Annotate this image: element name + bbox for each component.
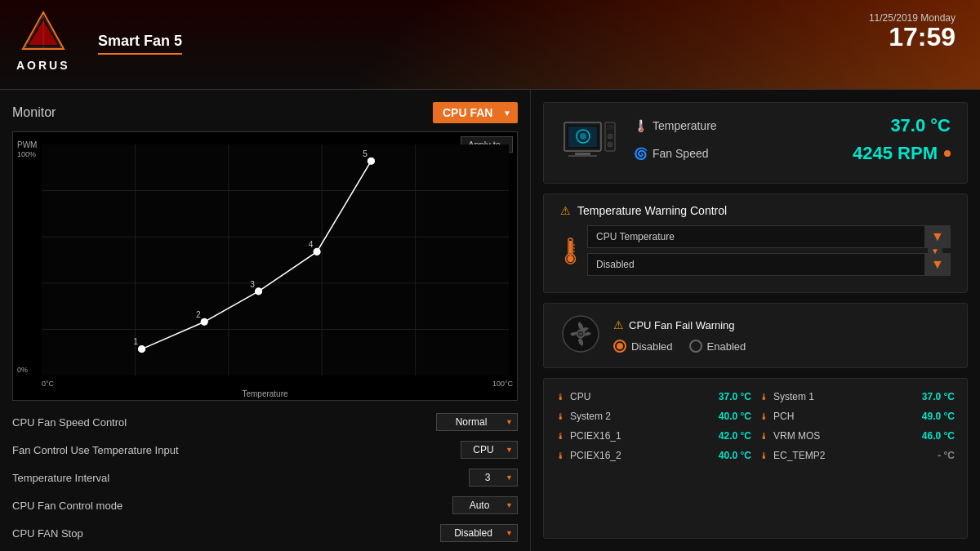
fan-stop-row: CPU FAN Stop Disabled	[12, 522, 518, 544]
temp-interval-select-wrapper[interactable]: 3	[469, 469, 518, 487]
temp-interval-select[interactable]: 3	[469, 469, 518, 487]
fan-icon-area	[560, 313, 601, 358]
sensor-item: 🌡 PCH 49.0 °C	[760, 408, 955, 424]
fail-warning-card: ⚠ CPU Fan Fail Warning Disabled Enabled	[543, 303, 968, 368]
sensor-item: 🌡 System 1 37.0 °C	[760, 389, 955, 405]
disabled-radio[interactable]: Disabled	[613, 340, 673, 353]
chart-area: 1 2 3 4 5	[42, 144, 509, 375]
fan-speed-label: CPU Fan Speed Control	[12, 416, 127, 429]
temp-input-select-wrapper[interactable]: CPU	[461, 441, 518, 459]
temp-input-row: Fan Control Use Temperature Input CPU	[12, 438, 518, 461]
sensor-item: 🌡 PCIEX16_1 42.0 °C	[556, 428, 751, 444]
main-content: Monitor CPU FAN PWM 100% 0% 0°C 100°C Te…	[0, 90, 980, 551]
temp-interval-row: Temperature Interval 3	[12, 466, 518, 489]
header: AORUS Smart Fan 5 11/25/2019 Monday 17:5…	[0, 0, 980, 90]
sensor-icon: 🌡	[760, 431, 768, 441]
temp-level-select[interactable]: Disabled	[587, 253, 951, 276]
fan-select-wrapper[interactable]: CPU FAN	[433, 102, 518, 123]
temp-source-row[interactable]: CPU Temperature ▼ Disabled ▼	[560, 225, 951, 276]
sensor-item: 🌡 EC_TEMP2 - °C	[760, 447, 955, 464]
fail-title: ⚠ CPU Fan Fail Warning	[613, 318, 951, 331]
svg-point-32	[608, 142, 612, 147]
svg-point-16	[255, 288, 261, 295]
sensor-value: 40.0 °C	[698, 450, 751, 461]
status-card: 🌡️ Temperature 37.0 °C 🌀 Fan Speed 4245 …	[543, 102, 968, 184]
sensor-value: 49.0 °C	[902, 411, 955, 422]
enabled-radio-label: Enabled	[707, 340, 746, 353]
temperature-value: 37.0 °C	[890, 115, 951, 136]
fan-select[interactable]: CPU FAN	[433, 102, 518, 123]
temp-source-wrapper[interactable]: CPU Temperature ▼ Disabled ▼	[560, 225, 951, 276]
monitor-label: Monitor	[12, 105, 56, 120]
fan-stop-select[interactable]: Disabled	[440, 524, 518, 542]
fan-icon	[560, 313, 601, 354]
chart-y-min: 0%	[17, 366, 28, 374]
warning-icon: ⚠	[560, 204, 571, 217]
sensor-name: System 2	[570, 411, 693, 422]
aorus-logo-icon	[19, 8, 68, 57]
sensor-item: 🌡 System 2 40.0 °C	[556, 408, 751, 424]
svg-rect-28	[568, 155, 597, 157]
sensor-name: VRM MOS	[773, 430, 897, 442]
sensor-value: 40.0 °C	[698, 411, 751, 422]
chart-x-max: 100°C	[492, 380, 513, 388]
svg-text:3: 3	[250, 280, 255, 289]
fan-speed-status-label: 🌀 Fan Speed	[634, 147, 709, 160]
sensor-icon: 🌡	[556, 411, 565, 421]
enabled-radio[interactable]: Enabled	[689, 340, 746, 353]
rpm-dot	[944, 150, 951, 157]
title-underline	[98, 53, 182, 55]
svg-point-26	[580, 133, 586, 140]
svg-point-43	[579, 332, 582, 335]
fan-mode-label: CPU Fan Control mode	[12, 500, 122, 512]
sensor-name: System 1	[773, 391, 897, 402]
sensor-icon: 🌡	[760, 411, 768, 421]
sensor-name: PCIEX16_2	[570, 450, 693, 461]
fan-stop-label: CPU FAN Stop	[12, 527, 83, 540]
fail-radio-group: Disabled Enabled	[613, 340, 951, 353]
fail-warning-icon: ⚠	[613, 318, 624, 331]
svg-point-18	[314, 248, 320, 255]
svg-rect-34	[569, 241, 572, 253]
datetime-time: 17:59	[869, 24, 956, 50]
svg-text:1: 1	[133, 337, 138, 346]
fan-mode-select[interactable]: Auto	[452, 496, 518, 514]
temperature-row: 🌡️ Temperature 37.0 °C	[634, 115, 951, 136]
sensor-grid: 🌡 CPU 37.0 °C 🌡 System 1 37.0 °C 🌡 Syste…	[543, 378, 968, 539]
temp-warning-title: ⚠ Temperature Warning Control	[560, 204, 951, 217]
pc-icon	[560, 118, 617, 167]
svg-point-12	[138, 346, 145, 353]
left-panel: Monitor CPU FAN PWM 100% 0% 0°C 100°C Te…	[0, 90, 531, 551]
datetime: 11/25/2019 Monday 17:59	[869, 12, 956, 50]
chart-x-label: Temperature	[242, 389, 287, 398]
sensor-item: 🌡 PCIEX16_2 40.0 °C	[556, 447, 751, 464]
sensor-value: 46.0 °C	[902, 430, 955, 442]
sensor-name: PCIEX16_1	[570, 430, 693, 442]
fan-speed-value: 4245 RPM	[853, 143, 951, 164]
svg-text:4: 4	[309, 240, 314, 249]
app-title: Smart Fan 5	[98, 33, 182, 55]
disabled-radio-label: Disabled	[631, 340, 673, 353]
temp-input-select[interactable]: CPU	[461, 441, 518, 459]
chart-x-min: 0°C	[42, 380, 54, 388]
thermometer-icon	[560, 237, 581, 265]
sensor-value: - °C	[902, 450, 955, 461]
chart-y-max: 100%	[17, 150, 36, 158]
svg-point-20	[368, 158, 374, 164]
svg-point-14	[201, 318, 207, 325]
status-values: 🌡️ Temperature 37.0 °C 🌀 Fan Speed 4245 …	[634, 115, 951, 171]
fan-stop-select-wrapper[interactable]: Disabled	[440, 524, 518, 542]
sensor-value: 42.0 °C	[698, 430, 751, 442]
sensor-icon: 🌡	[760, 451, 768, 460]
fan-speed-select[interactable]: Normal	[436, 413, 518, 431]
logo-area: AORUS	[16, 8, 70, 72]
temperature-label: 🌡️ Temperature	[634, 119, 717, 132]
fan-speed-select-wrapper[interactable]: Normal	[436, 413, 518, 431]
temp-input-label: Fan Control Use Temperature Input	[12, 444, 179, 456]
svg-point-36	[568, 256, 574, 262]
temp-interval-label: Temperature Interval	[12, 472, 109, 484]
svg-rect-27	[575, 153, 590, 155]
temp-source-select[interactable]: CPU Temperature	[587, 225, 951, 248]
temp-warning-card: ⚠ Temperature Warning Control	[543, 193, 968, 293]
fan-mode-select-wrapper[interactable]: Auto	[452, 496, 518, 514]
